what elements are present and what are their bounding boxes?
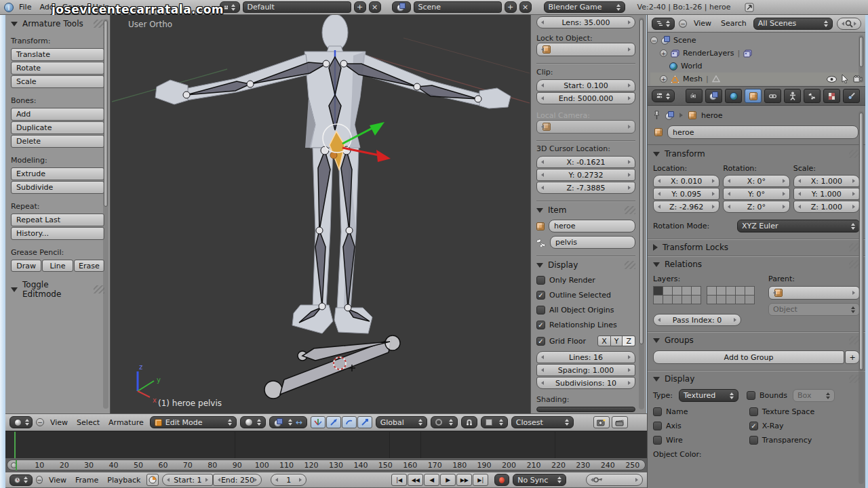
checkbox[interactable] — [653, 436, 662, 445]
clip-start-slider[interactable]: Start: 0.100 — [536, 79, 635, 92]
timeline-ruler[interactable]: 10 20 30 40 50 60 70 80 90 100 110 120 1… — [5, 458, 647, 472]
transform-locks-panel-header[interactable]: Transform Locks — [653, 243, 860, 252]
tab-modifiers[interactable] — [843, 89, 860, 103]
scene-select[interactable]: Scene — [414, 1, 502, 13]
name-checkbox-row[interactable]: Name — [653, 407, 749, 416]
add-group-plus-button[interactable]: + — [845, 350, 860, 364]
scene-icon[interactable] — [392, 1, 411, 13]
outliner-row-scene[interactable]: − Scene — [650, 34, 863, 47]
collapse-menus-icon[interactable]: − — [679, 20, 687, 28]
all-object-origins-checkbox-row[interactable]: All Object Origins — [536, 306, 635, 314]
tab-constraints[interactable] — [764, 89, 781, 103]
location-x-slider[interactable]: X: 0.010 — [653, 175, 719, 187]
prev-keyframe-button[interactable]: ◀◀ — [408, 474, 423, 486]
checkbox[interactable]: ✓ — [536, 321, 545, 329]
history-button[interactable]: History... — [11, 227, 104, 240]
engine-select[interactable]: Blender Game — [544, 1, 625, 13]
texture-space-checkbox-row[interactable]: Texture Space — [749, 407, 860, 416]
n-panel-scrollbar[interactable] — [639, 18, 644, 409]
grid-floor-checkbox-row[interactable]: ✓ Grid Floor X Y Z — [536, 336, 635, 346]
breadcrumb-scene-icon[interactable] — [665, 111, 674, 120]
only-render-checkbox-row[interactable]: Only Render — [536, 276, 635, 285]
outliner-menu-search[interactable]: Search — [718, 19, 749, 28]
record-button[interactable] — [494, 474, 509, 486]
tab-bone[interactable] — [804, 89, 821, 103]
editor-type-timeline[interactable] — [9, 474, 33, 486]
editor-type-outliner[interactable] — [652, 18, 675, 30]
translate-button[interactable]: Translate — [11, 48, 104, 61]
item-bone-name-field[interactable]: pelvis — [550, 236, 635, 249]
rotation-z-slider[interactable]: Z: 0° — [723, 201, 789, 213]
outliner-row-mesh[interactable]: + Mesh | — [650, 73, 863, 85]
extrude-button[interactable]: Extrude — [11, 167, 104, 180]
grid-spacing-slider[interactable]: Spacing: 1.000 — [536, 364, 635, 376]
manipulator-rotate-button[interactable] — [342, 416, 357, 428]
outliner-filter-select[interactable]: All Scenes — [753, 18, 833, 30]
shading-select[interactable] — [240, 416, 266, 428]
lens-slider[interactable]: Lens: 35.000 — [536, 16, 635, 28]
proportional-edit-select[interactable] — [431, 416, 458, 428]
checkbox[interactable] — [536, 306, 545, 314]
timeline-scrollbar[interactable]: 10 20 30 40 50 60 70 80 90 100 110 120 1… — [7, 460, 646, 470]
outliner-row-world[interactable]: World — [650, 60, 863, 73]
manipulator-x-arrowhead[interactable] — [376, 150, 391, 162]
manipulator-tripod-button[interactable] — [311, 416, 326, 428]
viewport-3d[interactable]: z y x User Ortho (1) heroe pelvis — [111, 15, 530, 413]
close-layout-button[interactable]: × — [369, 1, 381, 13]
snap-magnet-button[interactable] — [461, 416, 477, 428]
scale-y-slider[interactable]: Y: 1.000 — [793, 188, 860, 200]
tab-world[interactable] — [725, 89, 742, 103]
viewport-menu-select[interactable]: Select — [74, 418, 102, 427]
add-bone-button[interactable]: Add — [11, 108, 104, 121]
collapse-minus-icon[interactable]: − — [650, 37, 658, 44]
window-duplicate-icon[interactable] — [745, 3, 754, 12]
properties-scrollbar[interactable] — [859, 111, 864, 484]
delete-bone-button[interactable]: Delete — [11, 135, 104, 148]
item-object-name-field[interactable]: heroe — [549, 220, 635, 232]
checkbox[interactable] — [747, 391, 755, 400]
tool-shelf-scrollbar[interactable] — [103, 19, 108, 409]
parent-type-select-disabled[interactable]: Object — [768, 303, 860, 316]
rotation-y-slider[interactable]: Y: 0° — [723, 188, 789, 200]
breadcrumb-object-icon[interactable] — [688, 111, 696, 119]
pin-icon[interactable] — [653, 110, 660, 120]
keying-set-field[interactable] — [586, 474, 643, 486]
layers-grid-left[interactable] — [653, 286, 701, 304]
blender-info-icon[interactable]: i — [4, 3, 14, 12]
pivot-point-select[interactable]: ↔ — [269, 416, 307, 428]
play-button[interactable]: ▶ — [440, 474, 456, 486]
editor-type-properties[interactable] — [652, 89, 675, 102]
collapse-menus-icon[interactable]: − — [36, 418, 44, 426]
clip-end-slider[interactable]: End: 5000.000 — [536, 92, 635, 104]
jump-to-start-button[interactable]: |◀ — [391, 474, 407, 486]
grid-axis-y-toggle[interactable]: Y — [611, 336, 623, 346]
expand-plus-icon[interactable]: + — [660, 75, 667, 83]
checkbox[interactable] — [653, 407, 662, 416]
checkbox[interactable]: ✓ — [536, 337, 545, 346]
tab-physics[interactable] — [823, 89, 840, 103]
manipulator-y-arrowhead[interactable] — [370, 122, 384, 136]
armature-bones[interactable] — [186, 57, 478, 399]
rotation-x-slider[interactable]: X: 0° — [723, 175, 789, 187]
checkbox[interactable]: ✓ — [536, 291, 545, 300]
display-panel-header[interactable]: Display — [536, 260, 635, 270]
pass-index-slider[interactable]: Pass Index: 0 — [653, 314, 741, 326]
add-to-group-button[interactable]: Add to Group — [653, 350, 844, 364]
cursor-z-slider[interactable]: Z: -7.3885 — [536, 182, 635, 194]
timeline-menu-playback[interactable]: Playback — [104, 476, 143, 485]
grid-lines-slider[interactable]: Lines: 16 — [536, 351, 635, 363]
bounds-checkbox-row[interactable]: Bounds — [747, 391, 787, 400]
scale-button[interactable]: Scale — [11, 75, 104, 88]
transparency-checkbox-row[interactable]: Transparency — [749, 436, 860, 445]
viewport-menu-armature[interactable]: Armature — [106, 418, 146, 427]
tab-object-data[interactable] — [784, 89, 801, 103]
duplicate-bone-button[interactable]: Duplicate — [11, 121, 104, 134]
toggle-editmode-panel-header[interactable]: Toggle Editmode — [11, 280, 104, 299]
snap-element-select[interactable] — [481, 416, 508, 428]
checkbox[interactable] — [536, 276, 545, 285]
parent-field[interactable] — [768, 286, 860, 300]
frame-end-field[interactable]: End: 250 — [213, 474, 262, 486]
outline-selected-checkbox-row[interactable]: ✓Outline Selected — [536, 291, 635, 300]
panel-drag-icon[interactable] — [625, 261, 635, 269]
orientation-select[interactable]: Global — [376, 416, 427, 428]
